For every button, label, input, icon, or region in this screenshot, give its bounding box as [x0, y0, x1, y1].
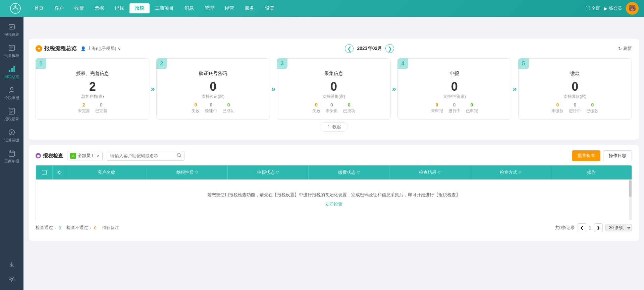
- stat-inprogress-4: 0 进行中: [448, 102, 461, 114]
- step-title-4: 申报: [403, 71, 505, 77]
- app-logo: [5, 3, 25, 14]
- step-num-5: 5: [518, 58, 529, 69]
- flow-steps-container: 1 授权、完善信息 2 总客户数(家) 2 未完善 0 已完善 »: [36, 58, 632, 120]
- step-stats-5: 0 未缴款 0 进行中 0 已缴款: [524, 102, 626, 114]
- nav-item-manage[interactable]: 管理: [199, 3, 219, 13]
- prev-month-button[interactable]: ❮: [345, 44, 354, 53]
- step-title-5: 缴款: [524, 71, 626, 77]
- staff-filter-select[interactable]: 人 全部员工 ∨: [67, 151, 103, 160]
- filter-chevron-icon: ∨: [96, 153, 100, 158]
- th-check-method[interactable]: 检查方式 ▽: [470, 165, 551, 179]
- flow-step-3: 3 采集信息 0 支持采集(家) 0 失败 0 未采集 0 已成功: [277, 58, 390, 120]
- next-month-button[interactable]: ❯: [385, 44, 394, 53]
- pass-count-link[interactable]: 0: [59, 225, 61, 230]
- sidebar-item-annual-report[interactable]: 工商年报: [0, 146, 23, 167]
- setup-link[interactable]: 立即设置: [325, 201, 342, 207]
- nav-item-invoice[interactable]: 票据: [89, 3, 109, 13]
- nav-item-business[interactable]: 工商项目: [150, 3, 179, 13]
- step-stats-4: 0 未申报 0 进行中 0 已申报: [403, 102, 505, 114]
- svg-rect-9: [9, 70, 10, 72]
- svg-line-26: [180, 156, 181, 157]
- arrow-2-3: »: [270, 58, 277, 120]
- check-title: ◉ 报税检查: [36, 153, 63, 159]
- per-page-select[interactable]: 30 条/页: [605, 224, 632, 231]
- location-selector[interactable]: 👤 上海(电子税局) ∨: [80, 46, 121, 52]
- nav-item-fee[interactable]: 收费: [69, 3, 89, 13]
- sidebar-item-tax-record[interactable]: 报税记录: [0, 104, 23, 125]
- search-button[interactable]: [174, 151, 184, 160]
- first-page-button[interactable]: ❮: [578, 223, 586, 232]
- main-content: + 报税流程总览 👤 上海(电子税局) ∨ ❮ 2023年02月 ❯ ↻ 刷新: [23, 33, 644, 290]
- nav-item-home[interactable]: 首页: [29, 3, 49, 13]
- th-customer-name: 客户名称: [66, 165, 147, 179]
- stat-success-2: 0 已成功: [222, 102, 234, 114]
- refresh-button[interactable]: ↻ 刷新: [618, 46, 632, 52]
- header-settings[interactable]: [53, 165, 66, 179]
- check-table: 客户名称 纳税性质 ▽ 申报状态 ▽ 缴费状态 ▽ 检查结果 ▽: [36, 165, 632, 220]
- table-header: 客户名称 纳税性质 ▽ 申报状态 ▽ 缴费状态 ▽ 检查结果 ▽: [36, 165, 632, 179]
- sidebar-item-tax-overview[interactable]: 报税总览: [0, 62, 23, 83]
- search-input[interactable]: [107, 152, 174, 160]
- stat-verifying-2: 0 验证中: [205, 102, 217, 114]
- taxsettings-icon: [8, 23, 16, 31]
- footer-note: 囧有备注: [102, 225, 119, 231]
- step-title-1: 授权、完善信息: [41, 71, 144, 77]
- arrow-3-4: »: [391, 58, 397, 120]
- sidebar-item-settlement[interactable]: ¥ 汇算清缴: [0, 125, 23, 146]
- stat-declared-4: 0 已申报: [466, 102, 478, 114]
- nav-item-tax[interactable]: 报税: [129, 3, 150, 13]
- footer-pass: 检查通过： 0: [36, 225, 61, 231]
- th-tax-nature[interactable]: 纳税性质 ▽: [147, 165, 228, 179]
- tax-record-icon: [8, 107, 16, 115]
- stat-inprogress-5: 0 进行中: [569, 102, 581, 114]
- settlement-icon: ¥: [8, 128, 16, 136]
- filter-icon-4: ▽: [438, 170, 440, 175]
- fullscreen-button[interactable]: ⛶ 全屏: [586, 5, 600, 11]
- step-stats-1: 2 未完善 0 已完善: [41, 102, 144, 114]
- play-icon: ▶: [604, 6, 607, 11]
- location-person-icon: 👤: [80, 46, 86, 51]
- download-icon: [8, 261, 16, 269]
- left-sidebar: 报税设置 批量报税 报税总览 个税: [0, 17, 23, 290]
- step-subtitle-3: 支持采集(家): [282, 94, 385, 99]
- collapse-row: ⌃ 收起: [36, 120, 632, 134]
- nav-item-customer[interactable]: 客户: [49, 3, 69, 13]
- stat-unpaid-5: 0 未缴款: [551, 102, 564, 114]
- personal-tax-icon: [8, 86, 16, 94]
- svg-point-1: [14, 5, 16, 7]
- stat-paid-5: 0 已缴款: [586, 102, 598, 114]
- top-navigation: 首页 客户 收费 票据 记账 报税 工商项目 消息 管理 经营 服务 设置 ⛶ …: [0, 0, 644, 17]
- th-declare-status[interactable]: 申报状态 ▽: [228, 165, 309, 179]
- sidebar-item-download[interactable]: [0, 257, 23, 272]
- nav-item-message[interactable]: 消息: [179, 3, 199, 13]
- nav-item-service[interactable]: 服务: [239, 3, 260, 13]
- nav-item-settings[interactable]: 设置: [260, 3, 280, 13]
- fullscreen-icon: ⛶: [586, 6, 590, 11]
- table-scrollbar[interactable]: [629, 179, 632, 220]
- mascot-avatar: 🐻: [626, 2, 639, 15]
- sidebar-item-batch-tax[interactable]: 批量报税: [0, 41, 23, 62]
- batch-check-button[interactable]: 批量检查: [572, 150, 600, 161]
- header-checkbox[interactable]: [36, 165, 53, 179]
- fail-count-link[interactable]: 0: [94, 225, 96, 230]
- sidebar-item-taxsettings[interactable]: 报税设置: [0, 19, 23, 41]
- title-plus-icon: +: [36, 45, 42, 52]
- check-header: ◉ 报税检查 人 全部员工 ∨: [36, 150, 632, 161]
- sidebar-item-config[interactable]: [0, 272, 23, 287]
- nav-item-accounting[interactable]: 记账: [109, 3, 129, 13]
- flow-step-4: 4 申报 0 支持申报(家) 0 未申报 0 进行中 0 已申报: [397, 58, 511, 120]
- svg-rect-19: [9, 151, 14, 156]
- operation-log-button[interactable]: 操作日志: [603, 150, 632, 161]
- sidebar-item-personal-tax[interactable]: 个税申报: [0, 83, 23, 104]
- th-check-result[interactable]: 检查结果 ▽: [389, 165, 470, 179]
- collapse-button[interactable]: ⌃ 收起: [320, 122, 348, 132]
- step-count-1: 2: [41, 79, 144, 94]
- next-page-button[interactable]: ❯: [594, 223, 603, 232]
- nav-item-operation[interactable]: 经营: [219, 3, 239, 13]
- th-fee-status[interactable]: 缴费状态 ▽: [309, 165, 389, 179]
- step-subtitle-1: 总客户数(家): [41, 94, 144, 99]
- step-title-2: 验证账号密码: [162, 71, 264, 77]
- member-button[interactable]: ▶ 畅会员: [604, 5, 622, 11]
- svg-rect-10: [11, 68, 13, 72]
- step-num-3: 3: [277, 58, 287, 69]
